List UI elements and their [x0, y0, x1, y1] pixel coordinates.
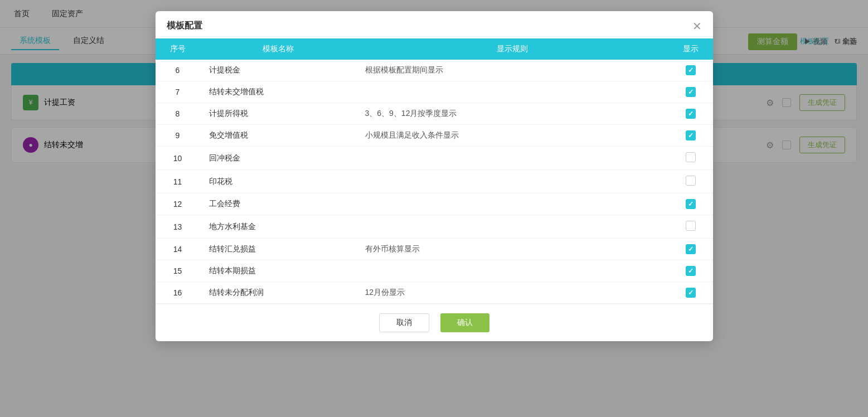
cell-rule: 根据模板配置期间显示 — [356, 60, 668, 81]
table-header: 序号 模板名称 显示规则 显示 — [156, 38, 713, 60]
modal-header: 模板配置 ✕ — [156, 11, 713, 38]
cell-rule: 3、6、9、12月按季度显示 — [356, 103, 668, 125]
col-header-index: 序号 — [156, 38, 200, 60]
table-row: 15结转本期损益 — [156, 260, 713, 282]
template-table: 序号 模板名称 显示规则 显示 6计提税金根据模板配置期间显示7结转未交增值税8… — [156, 38, 713, 304]
row-checkbox-8[interactable] — [686, 244, 696, 254]
row-checkbox-10[interactable] — [686, 288, 696, 298]
cell-checkbox — [668, 60, 713, 81]
cell-index: 12 — [156, 193, 200, 215]
table-row: 7结转未交增值税 — [156, 81, 713, 103]
cell-rule: 小规模且满足收入条件显示 — [356, 125, 668, 147]
cell-index: 6 — [156, 60, 200, 81]
cell-checkbox — [668, 282, 713, 304]
cell-rule — [356, 170, 668, 193]
modal-table-container: 序号 模板名称 显示规则 显示 6计提税金根据模板配置期间显示7结转未交增值税8… — [156, 38, 713, 304]
cell-rule — [356, 147, 668, 170]
table-row: 14结转汇兑损益有外币核算显示 — [156, 239, 713, 260]
cell-index: 10 — [156, 147, 200, 170]
row-checkbox-2[interactable] — [686, 109, 696, 119]
row-checkbox-0[interactable] — [686, 65, 696, 75]
cell-checkbox — [668, 125, 713, 147]
cancel-button[interactable]: 取消 — [379, 313, 429, 332]
cell-index: 11 — [156, 170, 200, 193]
table-body: 6计提税金根据模板配置期间显示7结转未交增值税8计提所得税3、6、9、12月按季… — [156, 60, 713, 304]
cell-checkbox — [668, 81, 713, 103]
cell-rule — [356, 260, 668, 282]
cell-index: 15 — [156, 260, 200, 282]
col-header-rule: 显示规则 — [356, 38, 668, 60]
cell-index: 16 — [156, 282, 200, 304]
modal-close-button[interactable]: ✕ — [692, 21, 702, 32]
modal-overlay: 模板配置 ✕ 序号 模板名称 显示规则 显示 6计提税金根据模板配置期间显示7结… — [0, 0, 868, 417]
modal-title: 模板配置 — [167, 20, 202, 32]
cell-rule: 有外币核算显示 — [356, 239, 668, 260]
table-row: 10回冲税金 — [156, 147, 713, 170]
cell-rule — [356, 215, 668, 239]
cell-rule — [356, 81, 668, 103]
cell-rule — [356, 193, 668, 215]
modal-footer: 取消 确认 — [156, 304, 713, 341]
cell-checkbox — [668, 260, 713, 282]
cell-index: 8 — [156, 103, 200, 125]
row-checkbox-9[interactable] — [686, 266, 696, 276]
cell-name: 结转未交增值税 — [200, 81, 356, 103]
row-checkbox-1[interactable] — [686, 87, 696, 97]
cell-name: 印花税 — [200, 170, 356, 193]
cell-checkbox — [668, 193, 713, 215]
cell-name: 结转汇兑损益 — [200, 239, 356, 260]
cell-index: 7 — [156, 81, 200, 103]
table-row: 13地方水利基金 — [156, 215, 713, 239]
cell-name: 免交增值税 — [200, 125, 356, 147]
table-row: 9免交增值税小规模且满足收入条件显示 — [156, 125, 713, 147]
cell-checkbox — [668, 170, 713, 193]
cell-checkbox — [668, 103, 713, 125]
cell-checkbox — [668, 239, 713, 260]
row-checkbox-5[interactable] — [686, 176, 696, 186]
cell-name: 计提所得税 — [200, 103, 356, 125]
cell-name: 计提税金 — [200, 60, 356, 81]
cell-rule: 12月份显示 — [356, 282, 668, 304]
cell-index: 9 — [156, 125, 200, 147]
col-header-name: 模板名称 — [200, 38, 356, 60]
cell-name: 结转本期损益 — [200, 260, 356, 282]
row-checkbox-7[interactable] — [686, 221, 696, 231]
template-config-modal: 模板配置 ✕ 序号 模板名称 显示规则 显示 6计提税金根据模板配置期间显示7结… — [156, 11, 713, 341]
row-checkbox-6[interactable] — [686, 199, 696, 209]
table-row: 11印花税 — [156, 170, 713, 193]
cell-name: 结转未分配利润 — [200, 282, 356, 304]
table-row: 12工会经费 — [156, 193, 713, 215]
table-row: 16结转未分配利润12月份显示 — [156, 282, 713, 304]
cell-name: 地方水利基金 — [200, 215, 356, 239]
cell-name: 工会经费 — [200, 193, 356, 215]
cell-checkbox — [668, 215, 713, 239]
row-checkbox-3[interactable] — [686, 130, 696, 140]
table-row: 6计提税金根据模板配置期间显示 — [156, 60, 713, 81]
table-row: 8计提所得税3、6、9、12月按季度显示 — [156, 103, 713, 125]
cell-index: 13 — [156, 215, 200, 239]
cell-checkbox — [668, 147, 713, 170]
confirm-button[interactable]: 确认 — [440, 313, 489, 332]
col-header-display: 显示 — [668, 38, 713, 60]
cell-name: 回冲税金 — [200, 147, 356, 170]
cell-index: 14 — [156, 239, 200, 260]
row-checkbox-4[interactable] — [686, 152, 696, 162]
